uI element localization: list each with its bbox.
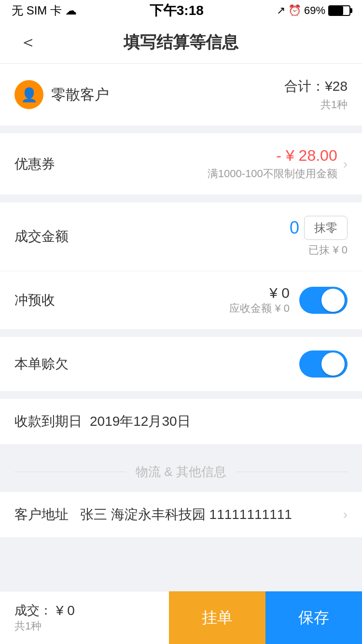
prepayment-sub: 应收金额 ¥ 0	[229, 301, 290, 316]
round-zero-button[interactable]: 抹零	[304, 216, 348, 240]
prepayment-value: ¥ 0	[229, 285, 290, 301]
save-button[interactable]: 保存	[265, 591, 362, 644]
battery-percent: 69%	[304, 4, 325, 17]
coupon-row[interactable]: 优惠券 - ¥ 28.00 满1000-100不限制使用金额 ›	[0, 133, 362, 195]
status-bar-left: 无 SIM 卡 ☁	[12, 3, 77, 18]
bottom-deal: 成交： ¥ 0	[14, 602, 154, 619]
logistics-label-text: 物流 & 其他信息	[136, 463, 226, 480]
chevron-right-icon: ›	[343, 156, 348, 172]
status-bar-right: ↗ ⏰ 69%	[277, 4, 350, 17]
debit-toggle[interactable]	[299, 350, 348, 378]
avatar-icon: 👤	[21, 87, 38, 103]
due-date-card: 收款到期日 2019年12月30日	[0, 399, 362, 444]
debit-toggle-knob	[321, 352, 345, 376]
amounts-card: 成交金额 0 抹零 已抹 ¥ 0 冲预收 ¥ 0 应收金额 ¥ 0	[0, 202, 362, 329]
main-content: 👤 零散客户 合计：¥28 共1种 优惠券 - ¥ 28.00 满1000-10…	[0, 64, 362, 603]
alarm-icon: ⏰	[288, 4, 301, 17]
coupon-card[interactable]: 优惠券 - ¥ 28.00 满1000-100不限制使用金额 ›	[0, 133, 362, 195]
coupon-sub: 满1000-100不限制使用金额	[208, 167, 337, 181]
hang-button[interactable]: 挂单	[169, 591, 265, 644]
debit-row: 本单赊欠	[0, 337, 362, 391]
status-bar-time: 下午3:18	[150, 1, 204, 20]
deal-amount-label: 成交金额	[14, 227, 69, 246]
due-date-row: 收款到期日 2019年12月30日	[0, 399, 362, 444]
prepayment-row: 冲预收 ¥ 0 应收金额 ¥ 0	[0, 271, 362, 329]
battery-icon	[328, 5, 350, 16]
deal-amount-value[interactable]: 0	[290, 218, 299, 238]
debit-label: 本单赊欠	[14, 355, 69, 373]
back-button[interactable]: ＜	[14, 26, 42, 59]
logistics-section-label: 物流 & 其他信息	[0, 452, 362, 492]
avatar: 👤	[14, 80, 43, 109]
due-date-label: 收款到期日	[14, 412, 82, 431]
coupon-label: 优惠券	[14, 155, 55, 173]
customer-count: 共1种	[284, 98, 348, 112]
debit-card: 本单赊欠	[0, 337, 362, 391]
bottom-deal-value: ¥ 0	[56, 603, 75, 618]
deal-amount-row: 成交金额 0 抹零 已抹 ¥ 0	[0, 202, 362, 271]
address-chevron-icon: ›	[343, 507, 348, 522]
bottom-deal-label: 成交：	[14, 602, 52, 619]
address-label: 客户地址	[14, 505, 69, 524]
deal-amount-sub: 已抹 ¥ 0	[290, 243, 348, 257]
customer-summary: 合计：¥28 共1种	[284, 77, 348, 112]
prepayment-toggle[interactable]	[299, 287, 348, 314]
coupon-right: - ¥ 28.00 满1000-100不限制使用金额 ›	[208, 147, 348, 181]
bottom-bar: 成交： ¥ 0 共1种 挂单 保存	[0, 591, 362, 644]
sim-wifi-text: 无 SIM 卡 ☁	[12, 3, 77, 18]
customer-row: 👤 零散客户 合计：¥28 共1种	[0, 64, 362, 126]
location-icon: ↗	[277, 4, 285, 17]
address-row[interactable]: 客户地址 张三 海淀永丰科技园 11111111111 ›	[0, 492, 362, 537]
status-bar: 无 SIM 卡 ☁ 下午3:18 ↗ ⏰ 69%	[0, 0, 362, 21]
toggle-knob	[321, 289, 345, 312]
customer-total: 合计：¥28	[284, 77, 348, 96]
customer-info: 👤 零散客户	[14, 80, 109, 109]
due-date-value: 2019年12月30日	[90, 412, 191, 431]
page-title: 填写结算等信息	[124, 31, 238, 54]
bottom-info: 成交： ¥ 0 共1种	[0, 591, 169, 644]
address-card[interactable]: 客户地址 张三 海淀永丰科技园 11111111111 ›	[0, 492, 362, 537]
customer-name: 零散客户	[51, 85, 109, 105]
nav-bar: ＜ 填写结算等信息	[0, 21, 362, 64]
address-value: 张三 海淀永丰科技园 11111111111	[80, 505, 343, 524]
customer-card: 👤 零散客户 合计：¥28 共1种	[0, 64, 362, 126]
prepayment-label: 冲预收	[14, 291, 55, 309]
coupon-value: - ¥ 28.00	[208, 147, 337, 165]
bottom-count: 共1种	[14, 619, 154, 633]
